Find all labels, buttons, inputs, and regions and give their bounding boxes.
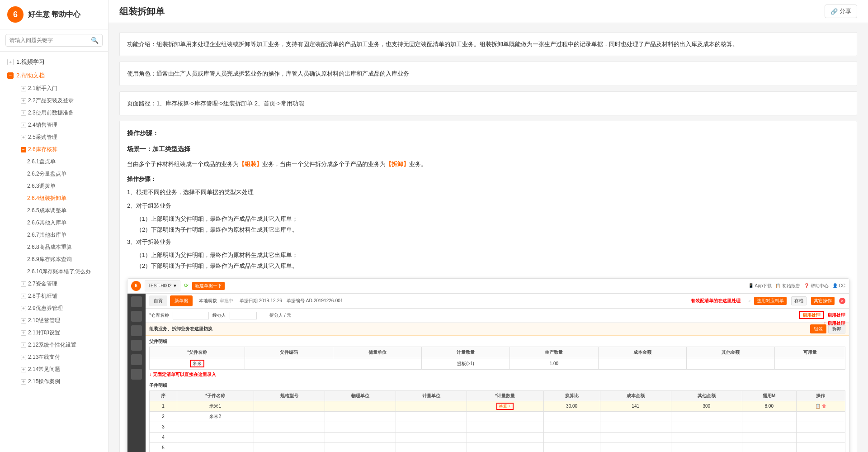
new-doc-btn[interactable]: 新建单据一下 bbox=[192, 282, 225, 290]
content-area: 功能介绍：组装拆卸单用来处理企业组装或拆卸等加工业务，支持有固定装配清单的产品加… bbox=[108, 23, 868, 452]
app-dialog: 6 TEST-H002 ▼ ⟳ 新建单据一下 📱 App下载 📋 初始报告 ❓ … bbox=[127, 278, 849, 452]
search-icon[interactable]: 🔍 bbox=[91, 37, 99, 44]
upper-table-row: 米米 提板(≥1) 1.00 bbox=[150, 358, 845, 370]
step2-sub2: （2）下部明细为子件明细，最终作为原材料生成其它出库单。 bbox=[127, 224, 849, 235]
main-content: 组装拆卸单 🔗 分享 功能介绍：组装拆卸单用来处理企业组装或拆卸等加工业务，支持… bbox=[108, 0, 868, 452]
tab-new[interactable]: 新单据 bbox=[170, 295, 193, 306]
sidebar-item-docs[interactable]: − 2.帮助文档 bbox=[0, 69, 108, 82]
sidebar-item-faq[interactable]: + 2.14常见问题 bbox=[14, 363, 108, 376]
close-btn[interactable]: ✕ bbox=[839, 298, 845, 304]
sidebar-icon-5 bbox=[131, 354, 142, 365]
sidebar-icon-4 bbox=[131, 340, 142, 351]
sidebar-category-label-docs: 2.帮助文档 bbox=[16, 71, 45, 80]
sidebar-item-print[interactable]: + 2.11打印设置 bbox=[14, 327, 108, 339]
operator-input[interactable] bbox=[230, 312, 257, 319]
sub-expand-icon-active: − bbox=[21, 147, 26, 152]
annotation-enable: 启用处理 bbox=[827, 313, 845, 318]
sidebar-item-prepare[interactable]: + 2.3使用前数据准备 bbox=[14, 107, 108, 119]
docs-submenu: + 2.1新手入门 + 2.2产品安装及登录 + 2.3使用前数据准备 + 2.… bbox=[0, 82, 108, 388]
sidebar-item-ops[interactable]: + 2.10经营管理 bbox=[14, 314, 108, 327]
sidebar-item-267[interactable]: 2.6.7其他出库单 bbox=[25, 229, 108, 241]
tab-zg[interactable]: 自贡 bbox=[149, 295, 167, 306]
sub-expand-icon: + bbox=[21, 318, 26, 324]
ann-text-1: 有装配清单的在这里处理 bbox=[691, 297, 741, 305]
screenshot-container: 6 TEST-H002 ▼ ⟳ 新建单据一下 📱 App下载 📋 初始报告 ❓ … bbox=[127, 278, 849, 452]
doc-type-label: 组装业务、拆卸业务在这里切换 bbox=[149, 325, 212, 333]
form-row: *仓库名称 经办人 拆分人 / 元 启用处理 启用处理 ↑ 启用处理 bbox=[146, 309, 849, 323]
sidebar-item-inventory[interactable]: − 2.6库存核算 bbox=[14, 143, 108, 156]
sub-expand-icon: + bbox=[21, 123, 26, 128]
row-action-copy[interactable]: 📋 bbox=[815, 404, 821, 409]
sidebar-item-261[interactable]: 2.6.1盘点单 bbox=[25, 156, 108, 168]
sub-expand-icon: + bbox=[21, 86, 26, 91]
sub-expand-icon: + bbox=[21, 367, 26, 372]
operations-title: 操作步骤： bbox=[127, 128, 849, 139]
intro-block-1: 功能介绍：组装拆卸单用来处理企业组装或拆卸等加工业务，支持有固定装配清单的产品加… bbox=[119, 32, 857, 56]
intro-block-2: 使用角色：通常由生产人员或库管人员完成拆装业务的操作，库管人员确认原材料的出库和… bbox=[119, 62, 857, 86]
sidebar-icon-2 bbox=[131, 311, 142, 322]
sidebar-item-finance[interactable]: + 2.7资金管理 bbox=[14, 278, 108, 290]
sidebar-item-video[interactable]: + 1.视频学习 bbox=[0, 55, 108, 69]
logo-area: 6 好生意 帮助中心 bbox=[0, 0, 108, 29]
sidebar-item-263[interactable]: 2.6.3调拨单 bbox=[25, 180, 108, 192]
sidebar-item-cases[interactable]: + 2.15操作案例 bbox=[14, 376, 108, 388]
search-area: 🔍 bbox=[0, 29, 108, 52]
sub-expand-icon: + bbox=[21, 330, 26, 336]
parent-name-field: 米米 bbox=[190, 360, 204, 367]
sidebar-icon-3 bbox=[131, 325, 142, 336]
sidebar-item-settings[interactable]: + 2.12系统个性化设置 bbox=[14, 339, 108, 351]
sidebar-item-mobile[interactable]: + 2.8手机旺铺 bbox=[14, 290, 108, 302]
inventory-submenu: 2.6.1盘点单 2.6.2分量盘点单 2.6.3调拨单 2.6.4组装拆卸单 … bbox=[14, 156, 108, 278]
upper-table: *父件名称 父件编码 储量单位 计量数量 生产数量 成本金额 其他金额 可用量 bbox=[149, 347, 845, 370]
sub-expand-icon: + bbox=[21, 355, 26, 360]
sidebar-item-262[interactable]: 2.6.2分量盘点单 bbox=[25, 168, 108, 180]
sidebar: 6 好生意 帮助中心 🔍 + 1.视频学习 − 2.帮助文档 + 2.1新手入门… bbox=[0, 0, 108, 452]
select-bom-btn[interactable]: 选用对应料单 bbox=[754, 297, 787, 305]
search-input[interactable] bbox=[9, 37, 91, 43]
step3-sub1: （1）上部明细为父件明细，最终作为原材料生成其它出库单； bbox=[127, 250, 849, 260]
sidebar-item-payment[interactable]: + 2.13在线支付 bbox=[14, 351, 108, 363]
app-content-panel: 自贡 新单据 本地调拨 审批中 单据日期 2019-12-26 单据编号 AD-… bbox=[146, 294, 849, 452]
step2-sub1: （1）上部明细为父件明细，最终作为产成品生成其它入库单； bbox=[127, 214, 849, 224]
sidebar-item-install[interactable]: + 2.2产品安装及登录 bbox=[14, 95, 108, 107]
intro-text-2: 使用角色：通常由生产人员或库管人员完成拆装业务的操作，库管人员确认原材料的出库和… bbox=[127, 70, 409, 77]
type-switch-row: 组装业务、拆卸业务在这里切换 组装 拆卸 bbox=[146, 323, 849, 336]
save-btn[interactable]: 存档 bbox=[791, 296, 807, 305]
annotation-direct-input: ↓ 无固定清单可以直接在这里录入 bbox=[146, 370, 849, 380]
breadcrumb: 页面路径：1、库存核算->库存管理->组装拆卸单 2、首页->常用功能 bbox=[127, 100, 304, 107]
warehouse-input[interactable] bbox=[173, 312, 209, 319]
topbar-icons: 📱 App下载 📋 初始报告 ❓ 帮助中心 👤 CC bbox=[748, 282, 845, 290]
step3: 3、对于拆装业务 bbox=[127, 237, 849, 247]
sidebar-sub-label: 2.5采购管理 bbox=[28, 133, 57, 141]
row-action-delete[interactable]: 🗑 bbox=[822, 404, 826, 409]
sidebar-item-264[interactable]: 2.6.4组装拆卸单 bbox=[25, 192, 108, 205]
breadcrumb-block: 页面路径：1、库存核算->库存管理->组装拆卸单 2、首页->常用功能 bbox=[119, 91, 857, 115]
scene1-desc: 当由多个子件材料组装成一个成品的业务为【组装】业务，当由一个父件拆分成多个子产品… bbox=[127, 159, 849, 169]
lower-table-row-3: 3 bbox=[150, 422, 845, 433]
sidebar-item-purchase[interactable]: + 2.5采购管理 bbox=[14, 131, 108, 143]
nav-list: + 1.视频学习 − 2.帮助文档 + 2.1新手入门 + 2.2产品安装及登录… bbox=[0, 52, 108, 452]
sidebar-item-2610[interactable]: 2.6.10库存账本错了怎么办 bbox=[25, 266, 108, 278]
enable-btn[interactable]: 启用处理 bbox=[799, 311, 824, 319]
lower-table-row-1: 1 米米1 换算 + 30.00 bbox=[150, 401, 845, 412]
step3-sub2: （2）下部明细为子件明细，最终作为产成品生成其它入库单。 bbox=[127, 261, 849, 271]
sync-icon: ⟳ bbox=[184, 281, 189, 291]
lower-table: 序 *子件名称 规格型号 物理单位 计量单位 *计量数量 换算比 成本金额 bbox=[149, 390, 845, 452]
sub-expand-icon: + bbox=[21, 343, 26, 348]
sidebar-item-newcomer[interactable]: + 2.1新手入门 bbox=[14, 82, 108, 95]
sub-expand-icon: + bbox=[21, 98, 26, 104]
sidebar-sub-label: 2.2产品安装及登录 bbox=[28, 97, 74, 105]
share-button[interactable]: 🔗 分享 bbox=[825, 5, 857, 18]
sidebar-item-266[interactable]: 2.6.6其他入库单 bbox=[25, 217, 108, 229]
sidebar-item-265[interactable]: 2.6.5成本调整单 bbox=[25, 205, 108, 217]
sidebar-item-sales[interactable]: + 2.4销售管理 bbox=[14, 119, 108, 131]
app-main-area: 自贡 新单据 本地调拨 审批中 单据日期 2019-12-26 单据编号 AD-… bbox=[127, 294, 849, 452]
company-select: TEST-H002 ▼ bbox=[145, 281, 180, 291]
share-icon: 🔗 bbox=[830, 8, 838, 15]
sidebar-item-269[interactable]: 2.6.9库存账本查询 bbox=[25, 253, 108, 266]
sidebar-item-268[interactable]: 2.6.8商品成本重算 bbox=[25, 241, 108, 253]
sidebar-item-coupon[interactable]: + 2.9优惠券管理 bbox=[14, 302, 108, 314]
submit-btn[interactable]: 其它操作 bbox=[811, 297, 835, 305]
step2: 2、对于组装业务 bbox=[127, 200, 849, 211]
lower-table-label: 子件明细 bbox=[146, 380, 849, 390]
